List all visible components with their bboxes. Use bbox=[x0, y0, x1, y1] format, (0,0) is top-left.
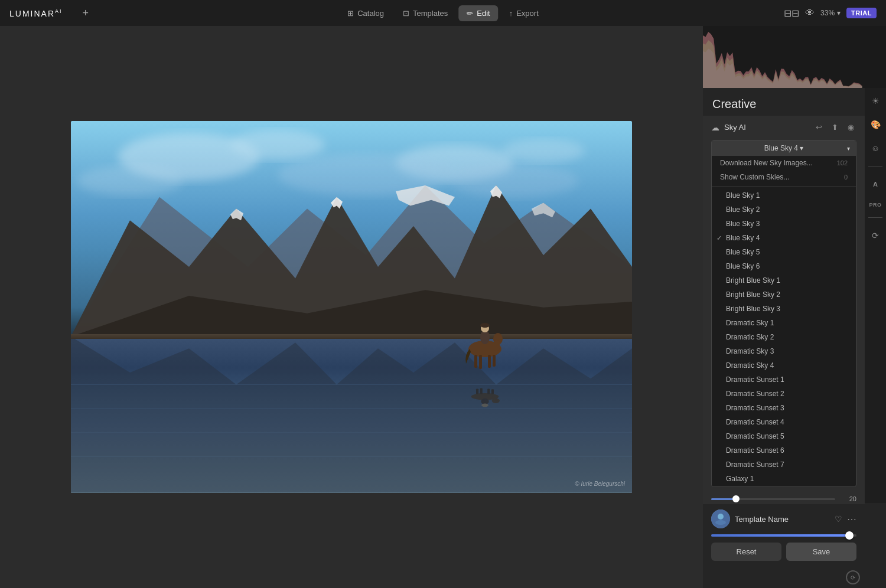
sky-list-item[interactable]: Blue Sky 4 bbox=[712, 231, 856, 245]
sky-list-item[interactable]: Dramatic Sunset 5 bbox=[712, 429, 856, 443]
edit-nav-button[interactable]: ✏ Edit bbox=[458, 5, 498, 21]
pro-label: PRO bbox=[869, 202, 881, 208]
sky-list-item[interactable]: Galaxy 2 bbox=[712, 486, 856, 486]
sky-list-item[interactable]: Dramatic Sunset 3 bbox=[712, 401, 856, 415]
strip-divider2 bbox=[868, 217, 882, 218]
histogram-area bbox=[703, 26, 886, 88]
sky-list-item[interactable]: Blue Sky 6 bbox=[712, 259, 856, 273]
panel-creative-title: Creative bbox=[703, 88, 865, 116]
download-sky-item[interactable]: Download New Sky Images... 102 bbox=[712, 156, 856, 170]
horse-rider-silhouette bbox=[461, 305, 509, 375]
template-slider bbox=[711, 534, 856, 537]
sky-list-item[interactable]: Dramatic Sunset 7 bbox=[712, 458, 856, 472]
svg-rect-36 bbox=[491, 389, 494, 394]
svg-point-29 bbox=[480, 323, 490, 328]
svg-point-40 bbox=[718, 514, 724, 520]
sky-ai-section: ☁ Sky AI ↩ ⬆ ◉ Blue Sky 4 ▾ bbox=[703, 116, 865, 503]
svg-rect-35 bbox=[487, 388, 490, 394]
water-reflection bbox=[71, 337, 632, 493]
template-slider-thumb[interactable] bbox=[845, 531, 854, 540]
reset-button[interactable]: Reset bbox=[711, 543, 781, 561]
smiley-icon[interactable]: ☺ bbox=[867, 140, 884, 156]
catalog-icon: ⊞ bbox=[347, 9, 354, 18]
sky-list-item[interactable]: Dramatic Sunset 6 bbox=[712, 443, 856, 458]
palette-icon[interactable]: 🎨 bbox=[867, 116, 884, 133]
sky-dropdown: Blue Sky 4 ▾ Download New Sky Images... … bbox=[711, 140, 856, 487]
right-panel: Creative ☁ Sky AI ↩ ⬆ ◉ Blue Sky bbox=[703, 26, 886, 588]
svg-rect-26 bbox=[493, 355, 496, 367]
save-button[interactable]: Save bbox=[786, 543, 856, 561]
panel-content: Creative ☁ Sky AI ↩ ⬆ ◉ Blue Sky bbox=[703, 88, 886, 503]
horse-rider-reflection bbox=[461, 386, 509, 415]
photo-background bbox=[71, 121, 632, 493]
visibility-button[interactable]: ◉ bbox=[845, 122, 856, 133]
cloud-icon: ☁ bbox=[711, 123, 719, 132]
add-button[interactable]: + bbox=[77, 5, 95, 22]
sky-list-item[interactable]: Blue Sky 5 bbox=[712, 245, 856, 259]
export-nav-button[interactable]: ↑ Export bbox=[501, 5, 547, 21]
sky-list-item[interactable]: Dramatic Sky 3 bbox=[712, 344, 856, 358]
view-toggle-icon[interactable]: ⊟⊟ bbox=[784, 8, 799, 19]
slider-1-track[interactable] bbox=[711, 498, 835, 500]
more-options-button[interactable]: ⋯ bbox=[847, 514, 856, 525]
show-custom-sky-item[interactable]: Show Custom Skies... 0 bbox=[712, 170, 856, 184]
svg-point-41 bbox=[715, 520, 726, 525]
svg-marker-15 bbox=[71, 337, 632, 493]
text-icon[interactable]: A bbox=[867, 176, 884, 192]
sky-ai-actions: ↩ ⬆ ◉ bbox=[813, 122, 856, 133]
templates-nav-button[interactable]: ⊡ Templates bbox=[395, 5, 456, 21]
sky-ai-label: Sky AI bbox=[724, 123, 809, 132]
sky-list-item[interactable]: Dramatic Sunset 1 bbox=[712, 373, 856, 387]
catalog-nav-button[interactable]: ⊞ Catalog bbox=[339, 5, 392, 21]
top-navigation: LUMINARAI + ⊞ Catalog ⊡ Templates ✏ Edit… bbox=[0, 0, 886, 26]
circle-arrow-icon[interactable]: ⟳ bbox=[867, 227, 884, 244]
nav-center: ⊞ Catalog ⊡ Templates ✏ Edit ↑ Export bbox=[339, 5, 547, 21]
canvas-area[interactable]: © Iurie Belegurschi bbox=[0, 26, 703, 588]
templates-icon: ⊡ bbox=[403, 9, 409, 18]
zoom-control[interactable]: 33% ▾ bbox=[820, 9, 841, 17]
sky-dropdown-header[interactable]: Blue Sky 4 ▾ bbox=[712, 141, 856, 156]
sky-list-item[interactable]: Dramatic Sunset 4 bbox=[712, 415, 856, 429]
sky-list-item[interactable]: Dramatic Sky 2 bbox=[712, 330, 856, 344]
template-slider-track[interactable] bbox=[711, 534, 856, 537]
undo-button[interactable]: ↩ bbox=[813, 122, 825, 133]
sun-settings-icon[interactable]: ☀ bbox=[867, 93, 884, 109]
template-slider-fill bbox=[711, 534, 849, 537]
sky-list-item[interactable]: Bright Blue Sky 1 bbox=[712, 273, 856, 288]
sky-list-divider bbox=[712, 186, 856, 187]
sky-list-item[interactable]: Blue Sky 3 bbox=[712, 217, 856, 231]
favorite-button[interactable]: ♡ bbox=[835, 514, 842, 524]
circle-arrow-bottom-icon[interactable]: ⟳ bbox=[846, 570, 860, 584]
photo-container: © Iurie Belegurschi bbox=[71, 121, 632, 493]
right-icons-strip: ☀ 🎨 ☺ A PRO ⟳ bbox=[865, 88, 886, 503]
nav-right: ⊟⊟ 👁 33% ▾ TRIAL bbox=[784, 8, 877, 19]
sky-list: Download New Sky Images... 102 Show Cust… bbox=[712, 156, 856, 486]
histogram-canvas bbox=[703, 26, 886, 88]
export-icon: ↑ bbox=[509, 9, 513, 18]
app-logo: LUMINARAI bbox=[9, 8, 63, 18]
bottom-section: Template Name ♡ ⋯ Reset Save bbox=[703, 503, 865, 567]
slider-row-1: 20 bbox=[703, 492, 865, 503]
template-name-label: Template Name bbox=[735, 515, 830, 524]
svg-rect-23 bbox=[474, 355, 477, 368]
panel-bottom-icon-row: ⟳ bbox=[703, 567, 865, 588]
svg-rect-25 bbox=[488, 355, 491, 368]
sky-list-item[interactable]: Dramatic Sky 4 bbox=[712, 358, 856, 373]
svg-rect-32 bbox=[493, 396, 497, 400]
sky-list-item[interactable]: Bright Blue Sky 2 bbox=[712, 288, 856, 302]
sky-list-item[interactable]: Dramatic Sky 1 bbox=[712, 316, 856, 330]
slider-1-value: 20 bbox=[840, 495, 856, 502]
sky-list-item[interactable]: Blue Sky 1 bbox=[712, 188, 856, 202]
trial-badge: TRIAL bbox=[846, 8, 877, 18]
svg-rect-24 bbox=[479, 355, 482, 369]
upload-button[interactable]: ⬆ bbox=[829, 122, 841, 133]
sky-ai-header[interactable]: ☁ Sky AI ↩ ⬆ ◉ bbox=[703, 116, 865, 139]
sky-list-item[interactable]: Dramatic Sunset 2 bbox=[712, 387, 856, 401]
sky-list-item[interactable]: Galaxy 1 bbox=[712, 472, 856, 486]
main-area: © Iurie Belegurschi Creative ☁ Sky AI ↩ bbox=[0, 26, 886, 588]
eye-icon[interactable]: 👁 bbox=[805, 8, 815, 18]
edit-icon: ✏ bbox=[467, 9, 473, 18]
svg-rect-34 bbox=[480, 388, 483, 394]
sky-list-item[interactable]: Bright Blue Sky 3 bbox=[712, 302, 856, 316]
sky-list-item[interactable]: Blue Sky 2 bbox=[712, 202, 856, 217]
